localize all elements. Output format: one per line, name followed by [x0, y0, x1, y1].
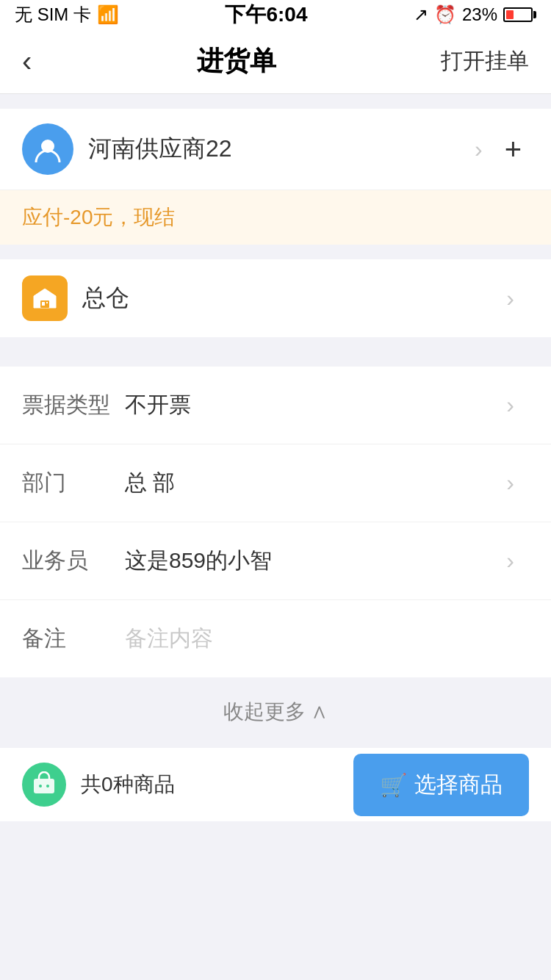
- open-pending-button[interactable]: 打开挂单: [441, 46, 529, 76]
- salesperson-value: 这是859的小智: [110, 546, 506, 576]
- svg-point-6: [46, 785, 49, 788]
- section-gap-2: [0, 245, 551, 259]
- bottom-bar: 共0种商品 🛒 选择商品: [0, 748, 551, 821]
- status-time: 下午6:04: [225, 1, 307, 29]
- invoice-type-value: 不开票: [110, 390, 506, 420]
- alarm-icon: ⏰: [434, 4, 456, 25]
- remark-row[interactable]: 备注 备注内容: [0, 600, 551, 677]
- select-product-icon: 🛒: [380, 772, 407, 798]
- battery-icon: [503, 7, 536, 22]
- department-label: 部门: [22, 468, 110, 498]
- supplier-notice: 应付-20元，现结: [0, 190, 551, 245]
- status-right: ↗ ⏰ 23%: [414, 4, 536, 25]
- supplier-row[interactable]: 河南供应商22 › +: [0, 109, 551, 190]
- back-button[interactable]: ‹: [22, 45, 32, 78]
- wifi-icon: 📶: [97, 4, 119, 25]
- remark-label: 备注: [22, 624, 110, 654]
- invoice-type-label: 票据类型: [22, 390, 110, 420]
- select-product-label: 选择商品: [414, 770, 503, 800]
- invoice-type-row[interactable]: 票据类型 不开票 ›: [0, 367, 551, 444]
- form-section: 票据类型 不开票 › 部门 总 部 › 业务员 这是859的小智 › 备注 备注…: [0, 367, 551, 677]
- page-title: 进货单: [197, 43, 276, 79]
- carrier-label: 无 SIM 卡: [15, 3, 91, 26]
- warehouse-icon: [22, 275, 68, 321]
- supplier-name: 河南供应商22: [88, 133, 475, 165]
- salesperson-row[interactable]: 业务员 这是859的小智 ›: [0, 522, 551, 600]
- remark-placeholder[interactable]: 备注内容: [110, 624, 529, 654]
- supplier-section: 河南供应商22 › + 应付-20元，现结: [0, 109, 551, 245]
- department-value: 总 部: [110, 468, 506, 498]
- battery-percent: 23%: [462, 4, 497, 25]
- invoice-type-chevron-icon: ›: [506, 392, 514, 419]
- svg-rect-2: [42, 302, 45, 306]
- add-supplier-button[interactable]: +: [497, 133, 529, 166]
- department-row[interactable]: 部门 总 部 ›: [0, 444, 551, 522]
- collapse-button[interactable]: 收起更多 ∧: [0, 677, 551, 746]
- status-left: 无 SIM 卡 📶: [15, 3, 119, 26]
- status-bar: 无 SIM 卡 📶 下午6:04 ↗ ⏰ 23%: [0, 0, 551, 29]
- department-chevron-icon: ›: [506, 469, 514, 497]
- supplier-chevron-icon: ›: [475, 136, 483, 163]
- product-icon: [22, 763, 66, 807]
- salesperson-chevron-icon: ›: [506, 547, 514, 574]
- section-gap-3: [0, 337, 551, 352]
- svg-rect-3: [46, 302, 48, 303]
- warehouse-row[interactable]: 总仓 ›: [0, 259, 551, 337]
- svg-point-5: [39, 785, 42, 788]
- product-count-label: 共0种商品: [81, 771, 353, 799]
- select-product-button[interactable]: 🛒 选择商品: [353, 754, 529, 816]
- supplier-avatar: [22, 123, 73, 175]
- section-gap-1: [0, 94, 551, 109]
- page-background: [0, 821, 551, 980]
- warehouse-section: 总仓 ›: [0, 259, 551, 337]
- warehouse-name: 总仓: [82, 282, 506, 314]
- location-icon: ↗: [414, 4, 428, 25]
- warehouse-chevron-icon: ›: [506, 285, 514, 312]
- nav-bar: ‹ 进货单 打开挂单: [0, 29, 551, 94]
- svg-rect-4: [34, 779, 54, 793]
- salesperson-label: 业务员: [22, 546, 110, 576]
